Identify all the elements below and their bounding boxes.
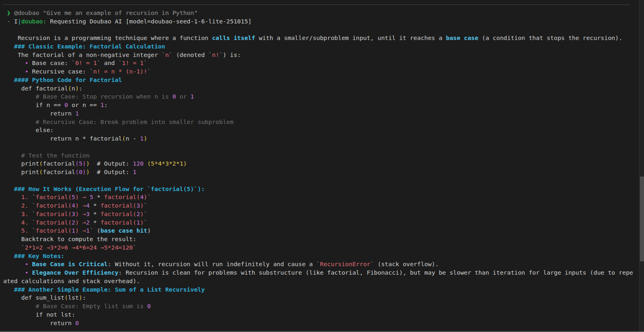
separator-line	[3, 0, 638, 9]
text-segment: n	[72, 85, 75, 92]
text-segment: 1	[72, 227, 75, 234]
text-segment: factorial(	[36, 210, 72, 217]
text-segment: )	[140, 210, 144, 217]
arrow-icon: →	[82, 202, 86, 209]
code-line: def sum_list(lst):	[3, 294, 638, 302]
paragraph-line: Backtrack to compute the result:	[3, 235, 638, 244]
text-segment: factorial(	[101, 219, 137, 226]
scrollbar-thumb[interactable]	[640, 177, 644, 261]
text-segment: *	[90, 210, 101, 217]
section-heading: ### Another Simple Example: Sum of a Lis…	[3, 286, 638, 294]
text-segment: 1	[75, 110, 79, 117]
text-segment: base case hit	[101, 227, 147, 234]
text-segment	[86, 193, 90, 200]
text-segment: )	[140, 202, 144, 209]
text-segment: `	[144, 210, 147, 217]
bullet-line: • Base Case is Critical: Without it, rec…	[3, 260, 638, 269]
text-segment: )	[86, 168, 90, 175]
text-segment: print	[3, 160, 39, 167]
inline-code-line: `2*1=2 →3*2=6 →4*6=24 →5*24=120`	[3, 244, 638, 252]
text-segment	[3, 219, 21, 226]
text-segment: (stack overflow).	[374, 261, 439, 267]
text-segment: :	[79, 85, 82, 92]
text-segment: )	[82, 160, 86, 167]
text-segment	[3, 269, 25, 276]
text-segment: calls itself	[212, 34, 255, 41]
text-segment: )	[75, 227, 79, 234]
heading-text: ### Another Simple Example: Sum of a Lis…	[3, 286, 205, 293]
text-segment: n	[165, 51, 169, 58]
arrow-icon: →	[82, 219, 86, 226]
text-segment	[3, 193, 21, 200]
text-segment: (	[122, 135, 126, 142]
text-segment: ) is:	[223, 51, 241, 58]
text-segment	[79, 219, 82, 226]
text-segment: return	[3, 110, 75, 117]
heading-text: ### Key Notes:	[3, 252, 64, 259]
text-segment: I	[14, 18, 18, 25]
text-segment: factorial(	[36, 227, 72, 234]
arrow-icon: →	[82, 210, 86, 217]
text-segment: return n * factorial	[3, 135, 122, 142]
text-segment: 4	[140, 193, 144, 200]
code-line: print(factorial(0)) # Output: 1	[3, 168, 638, 177]
text-segment: 2	[72, 219, 75, 226]
text-segment: RecursionError	[320, 261, 370, 267]
text-segment	[3, 261, 25, 267]
text-segment: 120	[133, 160, 144, 167]
status-message: Requesting Doubao AI [model=doubao-seed-…	[46, 18, 252, 25]
text-segment	[28, 261, 32, 267]
text-segment	[28, 202, 32, 209]
text-segment: `	[118, 59, 122, 66]
text-segment: `	[162, 51, 165, 58]
text-segment	[79, 227, 82, 234]
wrapped-text-line: ated calculations and stack overhead).	[3, 277, 638, 286]
text-segment: # Base Case: Stop recursion when n is	[3, 93, 173, 100]
code-line: else:	[3, 126, 638, 134]
numbered-list-item: 4. `factorial(2) →2 * factorial(1)`	[3, 219, 638, 227]
code-comment-line: # Recursive Case: Break problem into sma…	[3, 118, 638, 126]
dashed-separator	[3, 4, 629, 5]
text-segment: (	[93, 227, 101, 234]
text-segment: and	[101, 59, 119, 66]
text-segment: factorial(	[101, 210, 137, 217]
text-segment: else:	[3, 126, 54, 133]
text-segment: (5*4*3*2*1)	[147, 160, 187, 167]
text-segment	[3, 210, 21, 217]
arrow-icon: →	[82, 193, 86, 200]
text-segment	[28, 193, 32, 200]
paragraph-line: Recursion is a programming technique whe…	[3, 34, 638, 42]
code-line: return 1	[3, 109, 638, 118]
text-segment: n! = n * (n-1)!	[93, 68, 147, 75]
text-segment: )	[75, 85, 79, 92]
text-segment: # Test the function	[3, 152, 90, 159]
text-segment: `	[90, 227, 93, 234]
text-segment: 5	[79, 160, 82, 167]
text-segment: (	[39, 160, 43, 167]
terminal-output: ❯ @doubao "Give me an example of recursi…	[3, 0, 638, 327]
text-segment: if not lst:	[3, 311, 75, 318]
text-segment: Elegance Over Efficiency	[32, 269, 118, 276]
code-line: def factorial(n):	[3, 84, 638, 93]
bullet-line: • Recursive case: `n! = n * (n-1)!`	[3, 67, 638, 76]
text-segment: `	[370, 261, 374, 267]
text-segment: `	[219, 51, 223, 58]
prompt-chevron: ❯	[3, 9, 14, 16]
text-segment: factorial	[43, 160, 75, 167]
text-segment: 2	[86, 219, 90, 226]
text-segment: -	[3, 18, 14, 25]
text-segment: Recursion is a programming technique whe…	[3, 34, 212, 41]
text-segment: )	[143, 135, 147, 142]
text-segment: 5	[90, 193, 93, 200]
paragraph-line: The factorial of a non-negative integer …	[3, 51, 638, 59]
text-segment: 4	[86, 202, 90, 209]
text-segment	[28, 210, 32, 217]
text-segment: )	[75, 219, 79, 226]
text-segment	[28, 227, 32, 234]
bullet-line: • Base case: `0! = 1` and `1! = 1`	[3, 59, 638, 67]
blank-line	[3, 143, 638, 151]
text-segment: 2*1=2 →3*2=6 →4*6=24 →5*24=120	[25, 244, 133, 251]
scrollbar-track[interactable]	[639, 0, 644, 332]
code-comment-line: # Base Case: Empty list sum is 0	[3, 302, 638, 311]
text-segment: (	[39, 168, 43, 175]
